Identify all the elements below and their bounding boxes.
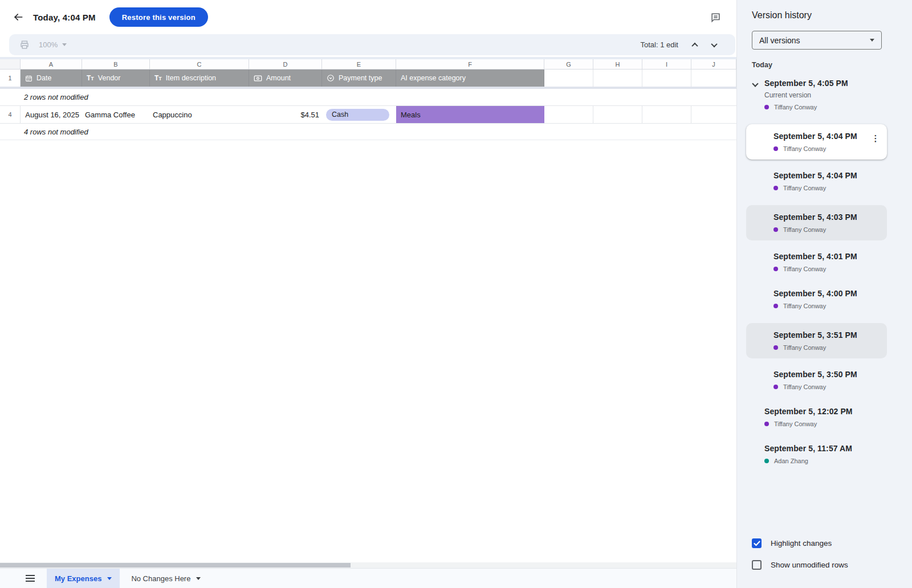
sheet-tab-no-changes-here[interactable]: No Changes Here <box>123 569 209 588</box>
version-entry[interactable]: September 5, 11:57 AM Adan Zhang <box>746 441 887 468</box>
header-label: Vendor <box>98 74 121 82</box>
column-header-b[interactable]: B <box>82 59 150 70</box>
row-number[interactable]: 1 <box>0 70 21 87</box>
print-button[interactable] <box>16 36 33 54</box>
column-header-i[interactable]: I <box>642 59 691 70</box>
highlight-changes-checkbox[interactable]: Highlight changes <box>752 538 912 548</box>
version-time: September 5, 4:04 PM <box>773 171 882 180</box>
cell-g1[interactable] <box>544 70 593 87</box>
author-name: Tiffany Conway <box>774 420 817 427</box>
author-name: Tiffany Conway <box>783 145 826 152</box>
payment-type-chip[interactable]: Cash <box>326 109 389 121</box>
author-name: Tiffany Conway <box>774 104 817 111</box>
calendar-icon <box>25 75 32 82</box>
next-edit-button[interactable] <box>706 36 723 54</box>
column-header-e[interactable]: E <box>322 59 396 70</box>
author-dot <box>773 304 778 308</box>
version-filter-dropdown[interactable]: All versions <box>752 31 882 50</box>
version-entry[interactable]: September 5, 3:51 PM Tiffany Conway <box>746 323 887 358</box>
checkbox-unchecked-icon[interactable] <box>752 560 762 570</box>
cell-i1[interactable] <box>642 70 691 87</box>
column-header-j[interactable]: J <box>691 59 736 70</box>
version-entry-current[interactable]: September 5, 4:05 PM Current version Tif… <box>746 76 887 115</box>
zoom-control[interactable]: 100% <box>39 40 67 49</box>
version-time: September 5, 4:00 PM <box>773 289 882 298</box>
author-name: Tiffany Conway <box>783 344 826 351</box>
hamburger-icon <box>26 575 35 582</box>
chevron-down-icon[interactable] <box>752 80 758 87</box>
version-entry[interactable]: September 5, 4:00 PM Tiffany Conway <box>746 286 887 313</box>
cell-amount[interactable]: $4.51 <box>249 106 322 123</box>
horizontal-scrollbar-thumb[interactable] <box>0 563 351 567</box>
cell-payment-type[interactable]: Cash <box>322 106 396 123</box>
select-all-corner[interactable] <box>0 59 21 70</box>
version-history-screen: Today, 4:04 PM Restore this version 100%… <box>0 0 912 588</box>
unmodified-rows-band-bottom: 4 rows not modified <box>0 124 736 140</box>
column-header-a[interactable]: A <box>21 59 82 70</box>
unmodified-rows-band-top: 2 rows not modified <box>0 89 736 105</box>
version-time: September 5, 3:51 PM <box>773 330 882 340</box>
zoom-level: 100% <box>39 40 58 49</box>
header-cell-expense-category[interactable]: AI expense category <box>396 70 544 87</box>
header-cell-amount[interactable]: Amount <box>249 70 322 87</box>
cell-j4[interactable] <box>691 106 736 123</box>
row-number[interactable]: 4 <box>0 106 21 123</box>
sheet-tab-label: My Expenses <box>55 574 101 583</box>
cell-item-description[interactable]: Cappuccino <box>150 106 249 123</box>
author-dot <box>773 146 778 151</box>
version-entry[interactable]: September 5, 4:03 PM Tiffany Conway <box>746 205 887 240</box>
header-label: Date <box>36 74 51 82</box>
header-label: AI expense category <box>401 74 466 82</box>
previous-edit-button[interactable] <box>686 36 703 54</box>
version-entry[interactable]: September 5, 3:50 PM Tiffany Conway <box>746 367 887 394</box>
table-header-row: 1 Date TT Vendor TT Item description <box>0 70 736 87</box>
sheet-tab-label: No Changes Here <box>131 574 190 583</box>
author-name: Tiffany Conway <box>783 383 826 390</box>
version-list: September 5, 4:05 PM Current version Tif… <box>737 76 912 478</box>
author-dot <box>773 345 778 350</box>
cell-date[interactable]: August 16, 2025 <box>21 106 82 123</box>
cell-vendor[interactable]: Gamma Coffee <box>82 106 150 123</box>
comments-button[interactable] <box>706 7 725 27</box>
more-options-button[interactable]: ⋮ <box>869 131 882 145</box>
cell-g4[interactable] <box>544 106 593 123</box>
author-name: Tiffany Conway <box>783 303 826 309</box>
column-header-g[interactable]: G <box>544 59 593 70</box>
version-filter-value: All versions <box>759 36 800 45</box>
column-header-d[interactable]: D <box>249 59 322 70</box>
column-header-h[interactable]: H <box>593 59 642 70</box>
sheet-tab-my-expenses[interactable]: My Expenses <box>47 569 120 588</box>
header-cell-item-description[interactable]: TT Item description <box>150 70 249 87</box>
cell-h1[interactable] <box>593 70 642 87</box>
cell-expense-category[interactable]: Meals <box>396 106 544 123</box>
author-name: Adan Zhang <box>774 458 808 464</box>
header-cell-vendor[interactable]: TT Vendor <box>82 70 150 87</box>
header-cell-date[interactable]: Date <box>21 70 82 87</box>
author-dot <box>764 459 769 463</box>
chevron-down-icon <box>870 39 874 42</box>
column-header-c[interactable]: C <box>150 59 249 70</box>
version-entry[interactable]: September 5, 12:02 PM Tiffany Conway <box>746 404 887 431</box>
column-header-f[interactable]: F <box>396 59 544 70</box>
cell-i4[interactable] <box>642 106 691 123</box>
chevron-up-icon <box>691 42 698 48</box>
version-entry[interactable]: September 5, 4:04 PM Tiffany Conway <box>746 168 887 195</box>
money-icon <box>254 75 262 82</box>
comment-icon <box>710 12 721 23</box>
cell-h4[interactable] <box>593 106 642 123</box>
edit-navigation: Total: 1 edit <box>641 36 723 54</box>
version-entry[interactable]: September 5, 4:01 PM Tiffany Conway <box>746 249 887 276</box>
cell-j1[interactable] <box>691 70 736 87</box>
header-label: Item description <box>166 74 216 82</box>
restore-version-button[interactable]: Restore this version <box>109 7 208 27</box>
all-sheets-menu-button[interactable] <box>21 570 40 587</box>
day-group-label: Today <box>752 61 912 69</box>
show-unmodified-rows-checkbox[interactable]: Show unmodified rows <box>752 560 912 570</box>
checkbox-checked-icon[interactable] <box>752 538 762 548</box>
author-dot <box>773 267 778 271</box>
header-cell-payment-type[interactable]: Payment type <box>322 70 396 87</box>
version-entry-selected[interactable]: September 5, 4:04 PM ⋮ Tiffany Conway <box>746 124 887 160</box>
modified-data-row: 4 August 16, 2025 Gamma Coffee Cappuccin… <box>0 105 736 124</box>
back-button[interactable] <box>8 7 28 27</box>
kebab-icon: ⋮ <box>872 133 880 143</box>
